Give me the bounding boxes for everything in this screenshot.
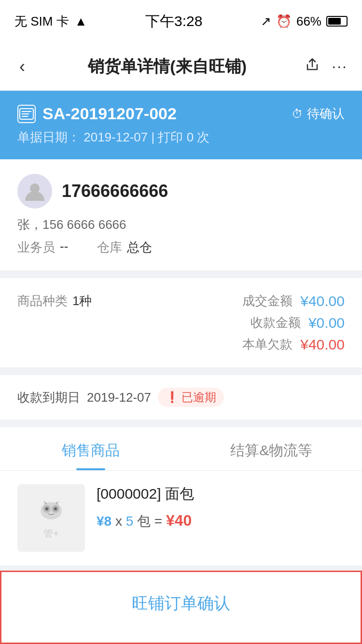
page-title: 销货单详情(来自旺铺)	[88, 56, 247, 78]
status-bar-left: 无 SIM 卡 ▲	[14, 13, 87, 30]
order-header-card: SA-20191207-002 ⏱ 待确认 单据日期： 2019-12-07 |…	[0, 91, 362, 159]
debt-amount-item: 本单欠款 ¥40.00	[242, 336, 345, 353]
product-total: ¥40	[166, 512, 192, 529]
battery-icon	[326, 16, 348, 27]
debt-value: ¥40.00	[300, 336, 345, 353]
order-number: SA-20191207-002	[42, 104, 177, 123]
svg-point-10	[46, 508, 48, 510]
order-id: SA-20191207-002	[17, 104, 177, 123]
product-name: [0000002] 面包	[97, 484, 345, 504]
status-bar-time: 下午3:28	[145, 12, 202, 31]
customer-meta: 业务员 -- 仓库 总仓	[17, 239, 345, 256]
overdue-icon: ❗	[166, 391, 179, 404]
back-button[interactable]: ‹	[14, 52, 30, 82]
customer-name: 张，156 6666 6666	[17, 216, 345, 233]
print-suffix: 次	[197, 130, 209, 144]
confirm-button-wrap: 旺铺订单确认	[0, 571, 362, 644]
due-date-section: 收款到期日 2019-12-07 ❗ 已逾期	[0, 375, 362, 420]
product-row: 管+ [0000002] 面包 ¥8 x 5 包 = ¥40	[0, 471, 362, 565]
warehouse-value: 总仓	[127, 239, 152, 256]
carrier-text: 无 SIM 卡	[14, 13, 69, 30]
customer-section: 17666666666 张，156 6666 6666 业务员 -- 仓库 总仓	[0, 159, 362, 270]
nav-right-actions: ···	[305, 57, 348, 76]
customer-phone: 17666666666	[62, 181, 168, 201]
due-date-value: 2019-12-07	[87, 390, 151, 405]
debt-label: 本单欠款	[242, 336, 292, 353]
salesperson-label: 业务员	[17, 239, 55, 256]
product-unit: 包	[137, 514, 151, 529]
status-bar: 无 SIM 卡 ▲ 下午3:28 ↗ ⏰ 66%	[0, 0, 362, 42]
product-title: 面包	[165, 486, 194, 502]
product-thumb-text: 管+	[43, 527, 59, 540]
tab-settlement-logistics-label: 结算&物流等	[230, 442, 312, 458]
warehouse-label: 仓库	[97, 239, 122, 256]
product-qty: 5	[126, 514, 134, 529]
alarm-icon: ⏰	[276, 14, 292, 29]
location-icon: ↗	[261, 14, 271, 29]
received-amount-item: 收款金额 ¥0.00	[242, 314, 345, 331]
confirm-order-button[interactable]: 旺铺订单确认	[19, 582, 343, 625]
product-logo-icon	[37, 496, 66, 525]
more-icon[interactable]: ···	[332, 57, 348, 75]
print-label: | 打印	[151, 130, 183, 144]
deal-amount-label: 成交金额	[242, 293, 292, 309]
received-value: ¥0.00	[308, 315, 345, 331]
tab-sales-products-label: 销售商品	[62, 442, 120, 458]
tabs-section: 销售商品 结算&物流等	[0, 427, 362, 565]
received-label: 收款金额	[251, 314, 301, 331]
product-equals: =	[154, 514, 166, 529]
svg-point-11	[55, 508, 56, 510]
product-price-row: ¥8 x 5 包 = ¥40	[97, 512, 345, 531]
nav-bar: ‹ 销货单详情(来自旺铺) ···	[0, 42, 362, 91]
product-thumbnail: 管+	[17, 484, 85, 552]
overdue-badge: ❗ 已逾期	[158, 388, 224, 407]
deal-amount-value: ¥40.00	[300, 293, 345, 309]
status-clock-icon: ⏱	[292, 107, 303, 121]
deal-amount-item: 成交金额 ¥40.00	[242, 293, 345, 309]
product-type-item: 商品种类 1种	[17, 293, 92, 309]
avatar	[17, 174, 52, 209]
tabs-row: 销售商品 结算&物流等	[0, 427, 362, 471]
summary-section: 商品种类 1种 成交金额 ¥40.00 收款金额 ¥0.00 本单欠款 ¥40.…	[0, 278, 362, 367]
order-icon	[17, 105, 36, 123]
share-icon[interactable]	[305, 57, 320, 76]
status-bar-right: ↗ ⏰ 66%	[261, 14, 348, 29]
salesperson-value: --	[60, 239, 68, 256]
summary-right: 成交金额 ¥40.00 收款金额 ¥0.00 本单欠款 ¥40.00	[242, 293, 345, 353]
status-text: 待确认	[307, 105, 345, 122]
product-cross: x	[115, 514, 126, 529]
product-info: [0000002] 面包 ¥8 x 5 包 = ¥40	[97, 484, 345, 531]
due-date-label: 收款到期日	[17, 389, 80, 406]
date-label: 单据日期：	[17, 130, 80, 144]
warehouse-item: 仓库 总仓	[97, 239, 152, 256]
product-code: [0000002]	[97, 486, 161, 502]
battery-text: 66%	[296, 14, 321, 29]
tab-sales-products[interactable]: 销售商品	[0, 427, 181, 470]
print-count: 0	[187, 130, 194, 144]
product-type-label: 商品种类	[17, 293, 68, 309]
order-date-value: 2019-12-07	[84, 130, 148, 144]
summary-left: 商品种类 1种	[17, 293, 92, 309]
product-type-value: 1种	[72, 293, 92, 309]
overdue-text: 已逾期	[181, 390, 216, 405]
salesperson-item: 业务员 --	[17, 239, 68, 256]
wifi-icon: ▲	[75, 14, 87, 29]
order-status: ⏱ 待确认	[292, 105, 345, 122]
product-unit-price: ¥8	[97, 514, 111, 529]
tab-settlement-logistics[interactable]: 结算&物流等	[181, 427, 362, 470]
order-date-row: 单据日期： 2019-12-07 | 打印 0 次	[17, 129, 345, 146]
